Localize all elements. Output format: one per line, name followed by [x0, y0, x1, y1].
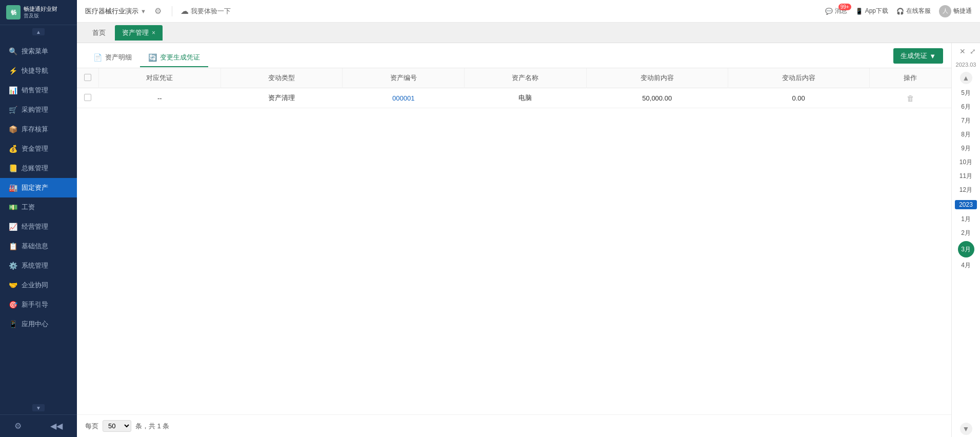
tab-close-button[interactable]: × — [152, 29, 155, 36]
month-9[interactable]: 9月 — [952, 142, 980, 155]
sidebar-nav: 🔍 搜索菜单 ⚡ 快捷导航 📊 销售管理 🛒 采购管理 📦 库存核算 💰 资金管… — [0, 38, 77, 401]
month-1[interactable]: 1月 — [952, 212, 980, 226]
tabbar: 首页 资产管理 × — [77, 23, 980, 43]
sidebar-item-ledger[interactable]: 📒 总账管理 — [0, 158, 77, 178]
sidebar-item-label: 销售管理 — [22, 86, 48, 95]
company-selector[interactable]: 医疗器械行业演示 ▼ — [85, 7, 146, 16]
col-voucher: 对应凭证 — [99, 68, 221, 88]
gear-button[interactable]: ⚙ — [152, 4, 164, 18]
sidebar: 畅 畅捷通好业财 普及版 ▲ 🔍 搜索菜单 ⚡ 快捷导航 📊 销售管理 🛒 采购… — [0, 0, 77, 437]
guide-icon: 🎯 — [8, 301, 17, 309]
sidebar-item-inventory[interactable]: 📦 库存核算 — [0, 120, 77, 139]
payroll-icon: 💵 — [8, 203, 17, 211]
panel-expand-button[interactable]: ⤢ — [969, 46, 977, 56]
purchase-icon: 🛒 — [8, 106, 17, 114]
month-5[interactable]: 5月 — [952, 86, 980, 100]
sidebar-item-purchase[interactable]: 🛒 采购管理 — [0, 100, 77, 120]
topbar-right: 💬 消息 99+ 📱 App下载 🎧 在线客服 人 畅捷通 — [825, 5, 972, 17]
topbar: 医疗器械行业演示 ▼ ⚙ ☁ 我要体验一下 💬 消息 99+ 📱 App下载 🎧… — [77, 0, 980, 23]
month-scroll-down[interactable]: ▼ — [960, 423, 972, 435]
month-scroll-up[interactable]: ▲ — [960, 72, 972, 84]
month-12[interactable]: 12月 — [952, 183, 980, 197]
service-label: 在线客服 — [906, 7, 931, 15]
service-button[interactable]: 🎧 在线客服 — [896, 7, 931, 15]
subtab-change-voucher-label: 变更生成凭证 — [160, 53, 200, 62]
tab-label: 资产管理 — [122, 28, 149, 37]
sidebar-item-sales[interactable]: 📊 销售管理 — [0, 81, 77, 100]
sidebar-item-operations[interactable]: 📈 经营管理 — [0, 217, 77, 236]
change-voucher-icon: 🔄 — [148, 53, 157, 62]
user-menu[interactable]: 人 畅捷通 — [939, 5, 972, 17]
assets-icon: 🏭 — [8, 184, 17, 192]
generate-voucher-label: 生成凭证 — [901, 51, 927, 61]
sidebar-item-label: 总账管理 — [22, 164, 48, 173]
select-all-checkbox[interactable] — [84, 74, 91, 81]
app-icon: 📱 — [855, 8, 863, 15]
app-download-button[interactable]: 📱 App下载 — [855, 7, 888, 15]
message-badge: 99+ — [838, 4, 851, 10]
message-button[interactable]: 💬 消息 99+ — [825, 7, 847, 15]
sidebar-item-assets[interactable]: 🏭 固定资产 — [0, 178, 77, 197]
inventory-icon: 📦 — [8, 125, 17, 133]
content-area: 📄 资产明细 🔄 变更生成凭证 生成凭证 ▼ — [77, 43, 951, 437]
month-3[interactable]: 3月 — [958, 241, 974, 257]
sidebar-scroll-down[interactable]: ▼ — [32, 404, 45, 411]
sidebar-item-label: 新手引导 — [22, 300, 48, 309]
service-icon: 🎧 — [896, 8, 904, 15]
table-row: -- 资产清理 000001 电脑 50,000.00 0.00 🗑 — [77, 88, 951, 108]
delete-button[interactable]: 🗑 — [907, 94, 914, 103]
sidebar-item-appstore[interactable]: 📱 应用中心 — [0, 314, 77, 334]
search-icon: 🔍 — [8, 47, 17, 55]
sidebar-item-basicinfo[interactable]: 📋 基础信息 — [0, 236, 77, 256]
sidebar-item-enterprise[interactable]: 🤝 企业协同 — [0, 275, 77, 295]
message-icon: 💬 — [825, 8, 833, 15]
sidebar-item-funds[interactable]: 💰 资金管理 — [0, 139, 77, 158]
sidebar-item-system[interactable]: ⚙️ 系统管理 — [0, 256, 77, 275]
subtab-change-voucher[interactable]: 🔄 变更生成凭证 — [140, 49, 208, 67]
tab-asset-management[interactable]: 资产管理 × — [115, 25, 163, 41]
sidebar-item-guide[interactable]: 🎯 新手引导 — [0, 295, 77, 314]
col-after: 变动后内容 — [728, 68, 869, 88]
cell-asset-code: 000001 — [343, 88, 465, 108]
company-name: 医疗器械行业演示 — [85, 7, 138, 16]
month-7[interactable]: 7月 — [952, 114, 980, 128]
sidebar-item-search[interactable]: 🔍 搜索菜单 — [0, 42, 77, 61]
month-list: 5月 6月 7月 8月 9月 10月 11月 12月 2023 1月 2月 3月… — [952, 86, 980, 421]
month-6[interactable]: 6月 — [952, 100, 980, 114]
generate-dropdown-icon: ▼ — [929, 52, 936, 60]
main-area: 医疗器械行业演示 ▼ ⚙ ☁ 我要体验一下 💬 消息 99+ 📱 App下载 🎧… — [77, 0, 980, 437]
tab-home[interactable]: 首页 — [85, 25, 113, 41]
month-10[interactable]: 10月 — [952, 155, 980, 169]
experience-button[interactable]: ☁ 我要体验一下 — [181, 6, 231, 16]
subtab-asset-list[interactable]: 📄 资产明细 — [85, 49, 140, 67]
sidebar-item-quicknav[interactable]: ⚡ 快捷导航 — [0, 61, 77, 81]
month-11[interactable]: 11月 — [952, 169, 980, 183]
year-2023-badge[interactable]: 2023 — [955, 200, 977, 209]
ledger-icon: 📒 — [8, 164, 17, 172]
per-page-label: 每页 — [85, 422, 98, 431]
collapse-button[interactable]: ◀◀ — [46, 419, 67, 433]
per-page-select[interactable]: 10 20 50 100 — [103, 420, 131, 432]
funds-icon: 💰 — [8, 145, 17, 153]
settings-button[interactable]: ⚙ — [10, 419, 26, 433]
sidebar-item-payroll[interactable]: 💵 工资 — [0, 197, 77, 217]
generate-voucher-button[interactable]: 生成凭证 ▼ — [893, 48, 943, 64]
month-4[interactable]: 4月 — [952, 259, 980, 272]
sales-icon: 📊 — [8, 86, 17, 94]
col-asset-name: 资产名称 — [465, 68, 587, 88]
month-8[interactable]: 8月 — [952, 128, 980, 142]
panel-close-button[interactable]: ✕ — [958, 46, 967, 56]
table-wrapper: 对应凭证 变动类型 资产编号 资产名称 变动前内容 变动后内容 操作 — [77, 68, 951, 414]
col-change-type: 变动类型 — [221, 68, 343, 88]
subtab-asset-list-label: 资产明细 — [105, 53, 132, 62]
sidebar-scroll-up[interactable]: ▲ — [32, 28, 45, 35]
cell-voucher: -- — [99, 88, 221, 108]
sidebar-item-label: 基础信息 — [22, 242, 48, 251]
app-label: App下载 — [865, 7, 888, 15]
experience-icon: ☁ — [181, 6, 189, 16]
sidebar-item-label: 固定资产 — [22, 183, 48, 192]
year-label: 2023.03 — [956, 59, 976, 70]
sidebar-item-label: 应用中心 — [22, 320, 48, 329]
row-checkbox[interactable] — [84, 94, 91, 101]
month-2[interactable]: 2月 — [952, 226, 980, 240]
